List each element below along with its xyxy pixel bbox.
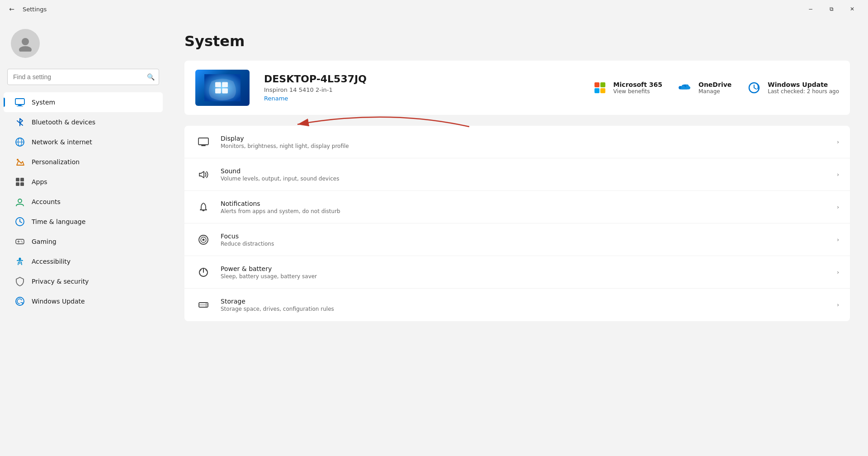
svg-point-0 [22, 38, 29, 45]
svg-rect-15 [16, 239, 24, 244]
device-quick-links: Microsoft 365 View benefits OneDrive Man… [592, 80, 839, 96]
svg-rect-26 [222, 88, 228, 93]
onedrive-name: OneDrive [698, 81, 731, 88]
power-icon [195, 264, 212, 280]
sidebar-item-accessibility[interactable]: Accessibility [4, 252, 163, 271]
svg-point-13 [18, 199, 22, 203]
bluetooth-icon [14, 117, 25, 128]
power-chevron: › [837, 269, 839, 276]
sidebar-item-update[interactable]: Windows Update [4, 291, 163, 311]
settings-item-sound[interactable]: Sound Volume levels, output, input, soun… [184, 158, 850, 191]
avatar [11, 29, 40, 58]
windows-update-sub: Last checked: 2 hours ago [768, 88, 839, 95]
onedrive-link[interactable]: OneDrive Manage [677, 80, 731, 96]
settings-item-storage[interactable]: Storage Storage space, drives, configura… [184, 289, 850, 321]
maximize-button[interactable]: ⧉ [821, 2, 842, 16]
accounts-icon [14, 196, 25, 207]
device-model: Inspiron 14 5410 2-in-1 [264, 86, 577, 93]
sidebar-item-label-network: Network & internet [32, 138, 92, 146]
network-icon [14, 137, 25, 147]
svg-marker-31 [199, 171, 204, 178]
notifications-name: Notifications [221, 200, 837, 207]
svg-rect-2 [15, 99, 24, 104]
microsoft365-icon [592, 80, 608, 96]
accessibility-icon [14, 256, 25, 267]
svg-rect-25 [215, 88, 221, 93]
close-button[interactable]: ✕ [842, 2, 863, 16]
sidebar-item-system[interactable]: System [4, 92, 163, 112]
sound-chevron: › [837, 171, 839, 178]
svg-rect-4 [17, 106, 23, 106]
notifications-chevron: › [837, 204, 839, 210]
focus-desc: Reduce distractions [221, 241, 837, 247]
search-input[interactable] [7, 69, 159, 85]
power-desc: Sleep, battery usage, battery saver [221, 273, 837, 280]
device-image [195, 70, 250, 106]
settings-item-notifications[interactable]: Notifications Alerts from apps and syste… [184, 191, 850, 223]
sidebar-item-label-accessibility: Accessibility [32, 258, 71, 265]
window-controls: − ⧉ ✕ [800, 2, 863, 16]
svg-point-40 [206, 306, 207, 307]
storage-chevron: › [837, 302, 839, 308]
titlebar: ← Settings − ⧉ ✕ [0, 0, 868, 18]
sidebar-item-personalization[interactable]: Personalization [4, 152, 163, 172]
user-avatar-area [0, 25, 166, 69]
titlebar-title: Settings [23, 6, 796, 13]
sound-desc: Volume levels, output, input, sound devi… [221, 176, 837, 182]
display-icon [195, 134, 212, 150]
focus-icon [195, 232, 212, 248]
sidebar-item-label-accounts: Accounts [32, 198, 61, 205]
windows-update-link[interactable]: Windows Update Last checked: 2 hours ago [746, 80, 839, 96]
display-desc: Monitors, brightness, night light, displ… [221, 143, 837, 149]
svg-point-39 [206, 304, 207, 304]
sidebar-item-privacy[interactable]: Privacy & security [4, 271, 163, 291]
apps-icon [14, 176, 25, 187]
sidebar-item-label-time: Time & language [32, 218, 85, 225]
sidebar-item-bluetooth[interactable]: Bluetooth & devices [4, 112, 163, 132]
minimize-button[interactable]: − [800, 2, 821, 16]
svg-rect-12 [20, 182, 24, 186]
sidebar: 🔍 System Bluetooth & devices Network & i… [0, 18, 166, 456]
privacy-icon [14, 276, 25, 287]
sidebar-item-accounts[interactable]: Accounts [4, 192, 163, 212]
display-chevron: › [837, 139, 839, 145]
sidebar-item-label-update: Windows Update [32, 298, 85, 305]
rename-link[interactable]: Rename [264, 95, 288, 102]
system-icon [14, 97, 25, 108]
microsoft365-sub: View benefits [613, 88, 662, 95]
main-layout: 🔍 System Bluetooth & devices Network & i… [0, 18, 868, 456]
svg-rect-24 [222, 82, 228, 87]
sidebar-item-time[interactable]: Time & language [4, 212, 163, 232]
power-name: Power & battery [221, 265, 837, 272]
settings-list: Display Monitors, brightness, night ligh… [184, 126, 850, 321]
sidebar-item-gaming[interactable]: Gaming [4, 232, 163, 252]
svg-point-8 [17, 159, 19, 161]
microsoft365-link[interactable]: Microsoft 365 View benefits [592, 80, 662, 96]
settings-item-focus[interactable]: Focus Reduce distractions › [184, 223, 850, 256]
content-area: System [166, 18, 868, 456]
sidebar-item-network[interactable]: Network & internet [4, 132, 163, 152]
windows-update-icon [746, 80, 762, 96]
time-icon [14, 216, 25, 227]
search-box[interactable]: 🔍 [7, 69, 159, 85]
windows-update-name: Windows Update [768, 81, 839, 88]
personalization-icon [14, 157, 25, 167]
update-icon [14, 296, 25, 307]
onedrive-icon [677, 80, 693, 96]
notifications-desc: Alerts from apps and system, do not dist… [221, 208, 837, 214]
search-icon: 🔍 [147, 73, 155, 81]
sidebar-item-label-system: System [32, 99, 55, 106]
sidebar-item-label-privacy: Privacy & security [32, 278, 89, 285]
settings-item-power[interactable]: Power & battery Sleep, battery usage, ba… [184, 256, 850, 289]
focus-chevron: › [837, 237, 839, 243]
back-button[interactable]: ← [5, 3, 18, 15]
sidebar-item-label-gaming: Gaming [32, 238, 57, 245]
sidebar-item-apps[interactable]: Apps [4, 172, 163, 192]
settings-item-display[interactable]: Display Monitors, brightness, night ligh… [184, 126, 850, 158]
gaming-icon [14, 236, 25, 247]
device-name: DESKTOP-4L537JQ [264, 73, 577, 85]
display-name: Display [221, 135, 837, 142]
sidebar-item-label-apps: Apps [32, 178, 47, 185]
svg-rect-28 [198, 138, 208, 145]
nav-list: System Bluetooth & devices Network & int… [0, 92, 166, 311]
